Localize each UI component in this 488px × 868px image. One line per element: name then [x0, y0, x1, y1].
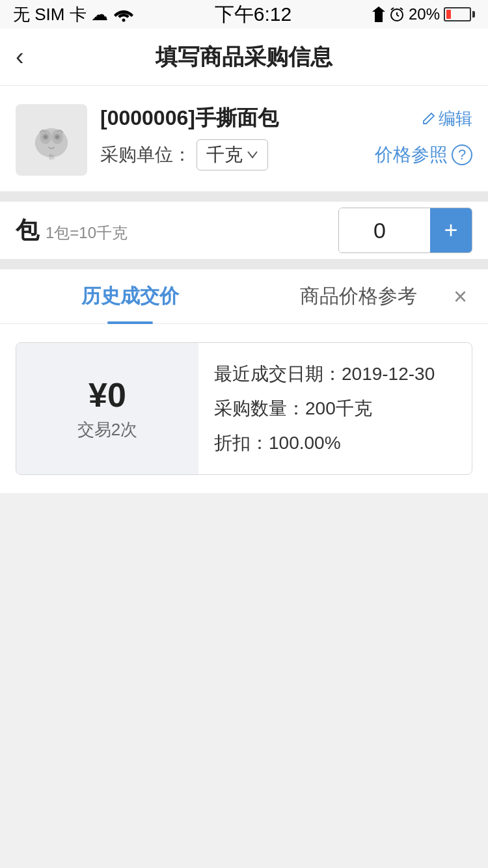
product-thumbnail: 数 — [28, 116, 75, 163]
price-ref-help-icon: ? — [452, 144, 472, 165]
battery-icon — [444, 7, 475, 21]
unit-row: 采购单位： 千克 价格参照 ? — [100, 139, 472, 170]
header: ‹ 填写商品采购信息 — [0, 29, 488, 86]
product-name: [0000006]手撕面包 — [100, 104, 278, 133]
battery-percent: 20% — [409, 5, 440, 23]
quantity-input-group: + — [338, 208, 472, 253]
quantity-input[interactable] — [339, 208, 430, 252]
svg-text:数: 数 — [49, 154, 55, 160]
chevron-down-icon — [247, 150, 258, 159]
product-image: 数 — [16, 104, 87, 176]
product-name-row: [0000006]手撕面包 编辑 — [100, 104, 472, 133]
history-qty: 采购数量：200千克 — [214, 396, 456, 421]
tabs-panel: 历史成交价 商品价格参考 × ¥0 交易2次 最近成交日期：2019-12-30… — [0, 269, 488, 493]
wifi-icon — [113, 7, 134, 22]
edit-icon — [422, 111, 436, 126]
quantity-plus-button[interactable]: + — [430, 208, 472, 252]
svg-point-0 — [122, 19, 125, 22]
svg-line-5 — [400, 8, 403, 10]
price-ref-button[interactable]: 价格参照 ? — [375, 142, 472, 167]
back-button[interactable]: ‹ — [16, 43, 24, 71]
history-card: ¥0 交易2次 最近成交日期：2019-12-30 采购数量：200千克 折扣：… — [16, 342, 472, 475]
status-time: 下午6:12 — [215, 1, 291, 28]
divider-2 — [0, 259, 488, 269]
quantity-label: 包 1包=10千克 — [16, 215, 128, 247]
tab-close-button[interactable]: × — [448, 278, 472, 316]
svg-line-3 — [397, 15, 399, 16]
svg-line-4 — [391, 8, 394, 10]
history-discount: 折扣：100.00% — [214, 430, 456, 455]
sim-label: 无 SIM 卡 ☁ — [13, 3, 108, 26]
product-card: 数 [0000006]手撕面包 编辑 采购单位： — [0, 86, 488, 191]
product-top-row: 数 [0000006]手撕面包 编辑 采购单位： — [16, 104, 472, 176]
unit-dropdown[interactable]: 千克 — [197, 139, 268, 170]
product-info: [0000006]手撕面包 编辑 采购单位： 千克 — [100, 104, 472, 170]
alarm-icon — [389, 7, 405, 22]
history-date: 最近成交日期：2019-12-30 — [214, 361, 456, 387]
tab-history[interactable]: 历史成交价 — [16, 269, 244, 324]
edit-button[interactable]: 编辑 — [422, 107, 472, 130]
divider — [0, 191, 488, 202]
bottom-area — [0, 493, 488, 868]
page-title: 填写商品采购信息 — [156, 42, 332, 72]
history-price-panel: ¥0 交易2次 — [16, 343, 198, 474]
location-icon — [372, 7, 385, 22]
tab-price-ref[interactable]: 商品价格参考 — [244, 269, 472, 324]
unit-left: 采购单位： 千克 — [100, 139, 268, 170]
quantity-row: 包 1包=10千克 + — [0, 202, 488, 259]
svg-point-11 — [44, 136, 47, 139]
status-bar: 无 SIM 卡 ☁ 下午6:12 20% — [0, 0, 488, 29]
status-right: 20% — [372, 5, 475, 23]
status-left: 无 SIM 卡 ☁ — [13, 3, 134, 26]
history-content: ¥0 交易2次 最近成交日期：2019-12-30 采购数量：200千克 折扣：… — [0, 324, 488, 493]
history-details-panel: 最近成交日期：2019-12-30 采购数量：200千克 折扣：100.00% — [198, 343, 472, 474]
svg-point-12 — [56, 136, 59, 139]
tabs-header: 历史成交价 商品价格参考 × — [0, 269, 488, 324]
tab-underline — [107, 321, 153, 324]
